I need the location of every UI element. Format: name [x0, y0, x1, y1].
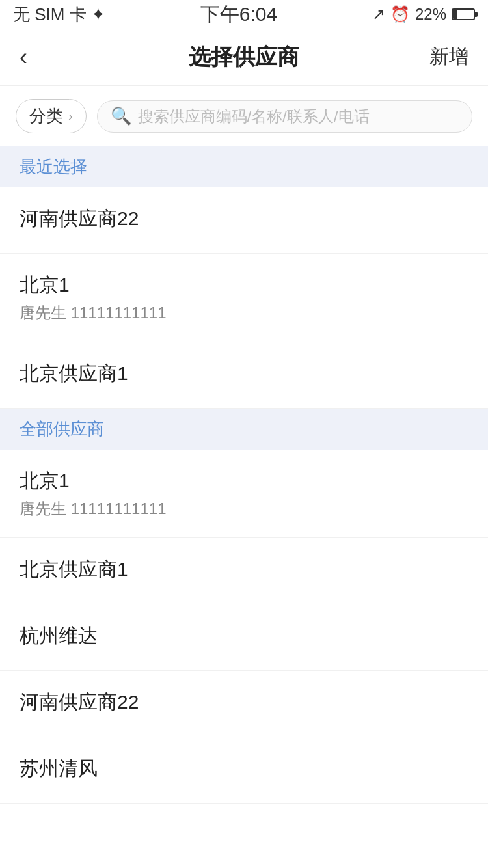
nav-bar: ‹ 选择供应商 新增	[0, 29, 488, 86]
recent-section-header: 最近选择	[0, 146, 488, 187]
item-name: 杭州维达	[20, 623, 468, 649]
list-item[interactable]: 北京供应商1	[0, 342, 488, 409]
list-item[interactable]: 杭州维达	[0, 604, 488, 671]
chevron-right-icon: ›	[68, 109, 73, 124]
status-right: ↗ ⏰ 22%	[372, 5, 475, 23]
list-item[interactable]: 苏州清风	[0, 737, 488, 804]
item-name: 苏州清风	[20, 755, 468, 782]
category-button[interactable]: 分类 ›	[16, 99, 87, 133]
add-new-button[interactable]: 新增	[429, 44, 468, 70]
list-item[interactable]: 北京1 唐先生 11111111111	[0, 450, 488, 538]
status-bar: 无 SIM 卡 ✦ 下午6:04 ↗ ⏰ 22%	[0, 0, 488, 29]
list-item[interactable]: 河南供应商22	[0, 671, 488, 737]
sim-status: 无 SIM 卡 ✦	[13, 3, 105, 26]
item-name: 河南供应商22	[20, 689, 468, 716]
all-items-list: 北京1 唐先生 11111111111 北京供应商1 杭州维达 河南供应商22 …	[0, 450, 488, 804]
item-name: 河南供应商22	[20, 206, 468, 232]
all-suppliers-section-header: 全部供应商	[0, 409, 488, 450]
list-item[interactable]: 北京1 唐先生 11111111111	[0, 254, 488, 342]
list-item[interactable]: 北京供应商1	[0, 538, 488, 604]
alarm-icon: ⏰	[390, 5, 410, 23]
item-name: 北京1	[20, 468, 468, 495]
back-button[interactable]: ‹	[20, 44, 59, 71]
list-item[interactable]: 河南供应商22	[0, 187, 488, 254]
filter-bar: 分类 › 🔍 搜索供应商编码/名称/联系人/电话	[0, 86, 488, 146]
search-placeholder: 搜索供应商编码/名称/联系人/电话	[138, 106, 370, 127]
battery-icon	[452, 8, 475, 20]
search-box[interactable]: 🔍 搜索供应商编码/名称/联系人/电话	[97, 100, 472, 133]
page-title: 选择供应商	[189, 42, 299, 72]
status-left: 无 SIM 卡 ✦	[13, 3, 105, 26]
item-detail: 唐先生 11111111111	[20, 303, 468, 323]
battery-level: 22%	[415, 5, 446, 23]
status-time: 下午6:04	[200, 1, 277, 28]
recent-items-list: 河南供应商22 北京1 唐先生 11111111111 北京供应商1	[0, 187, 488, 409]
location-icon: ↗	[372, 5, 385, 23]
item-name: 北京供应商1	[20, 360, 468, 387]
category-label: 分类	[29, 105, 63, 128]
item-name: 北京供应商1	[20, 556, 468, 583]
item-detail: 唐先生 11111111111	[20, 498, 468, 519]
search-icon: 🔍	[111, 106, 131, 126]
item-name: 北京1	[20, 272, 468, 299]
